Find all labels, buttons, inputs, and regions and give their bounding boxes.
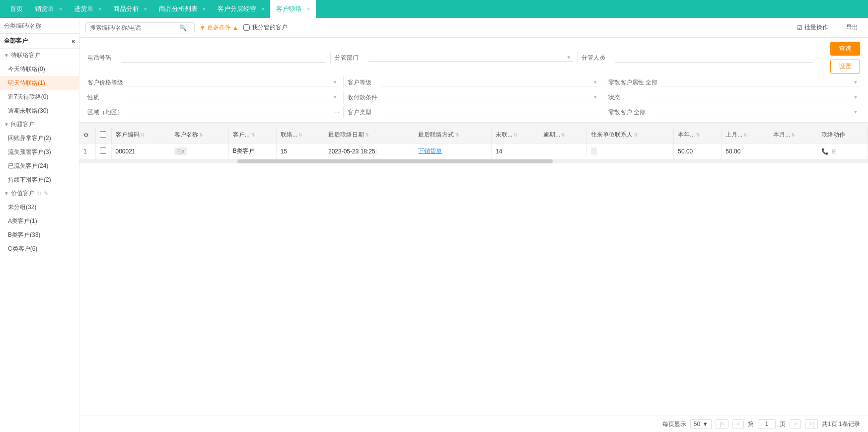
section-value-customers[interactable]: ▼ 价值客户 ↻ ✎ bbox=[0, 187, 79, 200]
page-input[interactable] bbox=[758, 419, 776, 429]
filter-nature-select[interactable]: ▼ bbox=[121, 93, 339, 101]
batch-btn[interactable]: ☑ 批量操作 bbox=[793, 22, 832, 33]
sort-icon: ⇅ bbox=[455, 132, 459, 138]
close-icon[interactable]: × bbox=[307, 6, 310, 12]
last-method-link[interactable]: 下销货单 bbox=[418, 147, 442, 154]
sort-icon: ⇅ bbox=[696, 132, 700, 138]
sidebar-item-7days[interactable]: 近7天待联络(0) bbox=[0, 90, 79, 104]
divider bbox=[343, 91, 344, 103]
search-icon[interactable]: 🔍 bbox=[179, 24, 187, 31]
chevron-down-icon: ▼ bbox=[702, 421, 708, 428]
filter-dept-select[interactable]: ▼ bbox=[368, 54, 574, 62]
divider bbox=[330, 52, 331, 64]
nav-product-list[interactable]: 商品分析列表 × bbox=[153, 0, 212, 18]
page-size-label: 每页显示 bbox=[662, 420, 686, 429]
nav-product-analysis[interactable]: 商品分析 × bbox=[107, 0, 153, 18]
scroll-track[interactable] bbox=[79, 159, 868, 163]
filter-cust-type-input[interactable] bbox=[381, 108, 599, 117]
settings-icon[interactable]: ⚙ bbox=[83, 132, 89, 139]
nav-customer-contact[interactable]: 客户联络 × bbox=[270, 0, 316, 18]
sidebar: 🔍 全部客户 « ▼ 待联络客户 今天待联络(0) 明天待联络(1) 近7天待联… bbox=[0, 18, 79, 432]
sidebar-item-b-class[interactable]: B类客户(33) bbox=[0, 228, 79, 242]
td-index: 1 bbox=[79, 144, 95, 159]
main-layout: 🔍 全部客户 « ▼ 待联络客户 今天待联络(0) 明天待联络(1) 近7天待联… bbox=[0, 18, 868, 432]
prev-page-btn[interactable]: < bbox=[732, 419, 744, 429]
close-icon[interactable]: × bbox=[59, 6, 62, 12]
sidebar-search-input[interactable] bbox=[4, 22, 78, 29]
section-problem-customers[interactable]: ▼ 问题客户 bbox=[0, 118, 79, 131]
td-contact-count: 15 bbox=[276, 144, 324, 159]
first-page-btn[interactable]: |< bbox=[716, 419, 728, 429]
filter-phone-input[interactable] bbox=[121, 53, 326, 63]
filter-status-select[interactable]: ▼ bbox=[642, 93, 860, 101]
chevron-down-icon: ▼ bbox=[332, 79, 337, 85]
masked-person bbox=[591, 147, 597, 155]
filter-price-select[interactable]: ▼ bbox=[127, 78, 339, 86]
my-customers-check[interactable] bbox=[243, 24, 250, 31]
row-check[interactable] bbox=[100, 147, 106, 154]
filter-scatter-attr: 零散客户属性 全部 ▼ bbox=[608, 78, 860, 87]
filter-cust-level-select[interactable]: ▼ bbox=[381, 78, 599, 86]
sidebar-item-ungrouped[interactable]: 未分组(32) bbox=[0, 200, 79, 214]
last-page-btn[interactable]: >| bbox=[805, 419, 818, 429]
th-contact-person: 往来单位联系人⇅ bbox=[587, 127, 674, 144]
refresh-icon[interactable]: ↻ bbox=[37, 190, 42, 197]
section-pending-contact[interactable]: ▼ 待联络客户 bbox=[0, 49, 79, 62]
select-all-check[interactable] bbox=[100, 131, 106, 138]
sidebar-item-overdue[interactable]: 逾期未联络(30) bbox=[0, 104, 79, 118]
page-size-value: 50 bbox=[694, 421, 700, 428]
nav-home[interactable]: 首页 bbox=[4, 0, 29, 18]
dots-icon[interactable]: ··· bbox=[815, 54, 820, 61]
close-icon[interactable]: × bbox=[203, 6, 206, 12]
sidebar-item-abnormal[interactable]: 回购异常客户(2) bbox=[0, 131, 79, 145]
sort-icon: ⇅ bbox=[791, 132, 795, 138]
dots-icon[interactable]: ··· bbox=[334, 109, 339, 116]
close-icon[interactable]: × bbox=[261, 6, 264, 12]
filter-region-input[interactable] bbox=[127, 108, 332, 117]
sidebar-item-declining[interactable]: 持续下滑客户(2) bbox=[0, 173, 79, 187]
filter-scatter-cust-select[interactable]: ▼ bbox=[650, 108, 860, 116]
sidebar-item-churn-warning[interactable]: 流失预警客户(3) bbox=[0, 145, 79, 159]
th-last-month: 上月...⇅ bbox=[722, 127, 769, 144]
td-cust-type: B类客户 bbox=[228, 144, 276, 159]
filter-payment-select[interactable]: ▼ bbox=[381, 93, 599, 101]
sidebar-item-tomorrow[interactable]: 明天待联络(1) bbox=[0, 76, 79, 90]
export-btn[interactable]: ↑ 导出 bbox=[837, 22, 862, 33]
edit-icon[interactable]: ✎ bbox=[44, 190, 49, 197]
close-icon[interactable]: × bbox=[98, 6, 101, 12]
next-page-btn[interactable]: > bbox=[790, 419, 801, 429]
filter-manager-label: 分管人员 bbox=[581, 54, 611, 62]
nav-customer-tier[interactable]: 客户分层经营 × bbox=[212, 0, 270, 18]
my-customers-checkbox[interactable]: 我分管的客户 bbox=[243, 23, 288, 32]
filter-scatter-select[interactable]: ▼ bbox=[661, 78, 860, 86]
sidebar-item-c-class[interactable]: C类客户(6) bbox=[0, 242, 79, 256]
table-row: 1 000021 Ea B类客户 15 2023-05-23 18:25: 下销… bbox=[79, 144, 868, 159]
page-size-select[interactable]: 50 ▼ bbox=[690, 419, 712, 429]
export-icon: ↑ bbox=[841, 24, 844, 31]
divider bbox=[604, 106, 604, 118]
sidebar-item-churned[interactable]: 已流失客户(24) bbox=[0, 159, 79, 173]
sidebar-item-today[interactable]: 今天待联络(0) bbox=[0, 62, 79, 76]
td-this-month bbox=[769, 144, 817, 159]
td-check bbox=[95, 144, 111, 159]
search-input[interactable] bbox=[90, 24, 179, 31]
table-header-row: ⚙ 客户编码⇅ 客户名称⇅ 客户...⇅ 联络...⇅ 最后联络日期⇅ 最后联络… bbox=[79, 127, 868, 144]
td-year: 50.00 bbox=[674, 144, 722, 159]
all-customers-btn[interactable]: 全部客户 « bbox=[0, 34, 79, 49]
filter-dept-label: 分管部门 bbox=[335, 54, 364, 62]
close-icon[interactable]: × bbox=[144, 6, 147, 12]
filter-price-level: 客户价格等级 ▼ bbox=[87, 78, 339, 87]
nav-sales[interactable]: 销货单 × bbox=[29, 0, 68, 18]
phone-icon[interactable]: 📞 bbox=[821, 148, 829, 155]
more-filter-btn[interactable]: ▼ 更多条件 ▲ bbox=[200, 23, 238, 32]
chevron-down-icon: ▼ bbox=[853, 79, 858, 85]
grid-icon[interactable]: ⊞ bbox=[832, 148, 837, 155]
query-btn[interactable]: 查询 bbox=[830, 42, 860, 56]
filter-manager-input[interactable] bbox=[615, 53, 813, 63]
sort-icon: ⇅ bbox=[634, 132, 638, 138]
sidebar-item-a-class[interactable]: A类客户(1) bbox=[0, 214, 79, 228]
nav-purchase[interactable]: 进货单 × bbox=[68, 0, 107, 18]
arrow-icon: ▼ bbox=[4, 122, 9, 127]
setting-btn[interactable]: 设置 bbox=[830, 60, 860, 73]
scroll-thumb[interactable] bbox=[237, 159, 553, 163]
